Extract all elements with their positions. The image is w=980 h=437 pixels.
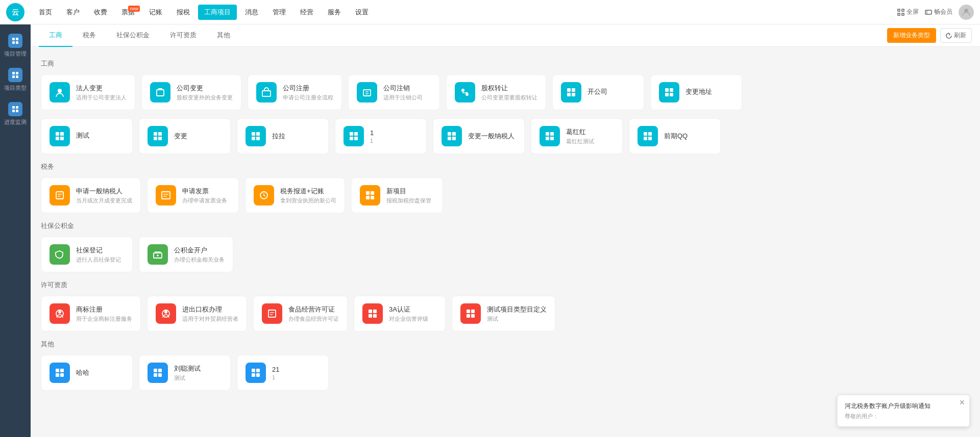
card-trademark[interactable]: 商标注册 用于企业商标注册服务 (41, 296, 141, 331)
card-equity-transfer[interactable]: 股权转让 公司变更需要股权转让 (446, 74, 546, 110)
card-name-food-license: 食品经营许可证 (288, 305, 339, 314)
card-desc-test-project-type: 测试 (487, 315, 547, 323)
card-name-test: 测试 (76, 131, 89, 140)
fullscreen-btn[interactable]: 全屏 (897, 8, 919, 16)
sidebar-item-progress[interactable]: 进度监测 (0, 97, 31, 131)
tab-license[interactable]: 许可资质 (160, 24, 207, 47)
sidebar-label-progress: 进度监测 (4, 118, 27, 126)
nav-ticket[interactable]: 票据 new (115, 5, 141, 20)
nav-home[interactable]: 首页 (33, 5, 58, 20)
card-icon-trademark (50, 303, 70, 324)
card-ge-honghong[interactable]: 葛红红 葛红红测试 (531, 118, 623, 154)
card-3a-cert[interactable]: 3A认证 对企业信誉评级 (354, 296, 446, 331)
notification-sub: 尊敬的用户： (845, 413, 962, 420)
card-company-register[interactable]: 公司注册 申请公司注册全流程 (248, 74, 342, 110)
tab-other[interactable]: 其他 (207, 24, 240, 47)
card-name-change-address: 变更地址 (685, 87, 712, 96)
card-desc-housing-fund-open: 办理公积金相关业务 (174, 256, 225, 264)
card-lala[interactable]: 拉拉 (237, 118, 329, 154)
svg-point-27 (461, 89, 464, 92)
cards-grid-license: 商标注册 用于企业商标注册服务 进出口权办理 适用于对外贸易经营者 (41, 296, 970, 331)
card-icon-company-register (256, 82, 277, 102)
sidebar-item-project-type[interactable]: 项目类型 (0, 63, 31, 97)
svg-rect-43 (154, 137, 157, 140)
sidebar-icon-project-type (8, 68, 22, 82)
svg-rect-87 (373, 314, 377, 318)
svg-rect-32 (572, 93, 575, 96)
card-social-security-register[interactable]: 社保登记 进行人员社保登记 (41, 237, 133, 272)
card-qianqi-qq[interactable]: 前期QQ (629, 118, 721, 154)
vip-btn[interactable]: 畅会员 (925, 8, 952, 16)
nav-bookkeeping[interactable]: 记账 (143, 5, 168, 20)
card-legal-change[interactable]: 法人变更 适用于公司变更法人 (41, 74, 135, 110)
svg-rect-29 (567, 88, 571, 92)
nav-manage[interactable]: 管理 (266, 5, 292, 20)
card-apply-general-taxpayer[interactable]: 申请一般纳税人 当月或次月成变更完成 (41, 177, 141, 213)
card-liucong-test[interactable]: 刘聪测试 测试 (139, 355, 231, 391)
avatar[interactable] (959, 5, 974, 20)
notification-popup: ✕ 河北税务数字账户升级影响通知 尊敬的用户： (837, 395, 970, 427)
tab-business[interactable]: 工商 (39, 24, 72, 47)
card-icon-3a-cert (362, 303, 383, 324)
card-desc-legal-change: 适用于公司变更法人 (76, 94, 127, 101)
card-icon-company-cancel (357, 82, 377, 102)
card-import-export[interactable]: 进出口权办理 适用于对外贸易经营者 (147, 296, 247, 331)
card-change[interactable]: 变更 (139, 118, 231, 154)
card-change-address[interactable]: 变更地址 (650, 74, 742, 110)
card-tax-report-bookkeeping[interactable]: 税务报道+记账 拿到营业执照的新公司 (245, 177, 345, 213)
card-icon-liucong-test (148, 363, 168, 383)
card-name-tax-report-bookkeeping: 税务报道+记账 (280, 187, 336, 196)
card-desc-3a-cert: 对企业信誉评级 (389, 315, 428, 323)
card-apply-invoice[interactable]: 申请发票 办理申请发票业务 (147, 177, 239, 213)
nav-service[interactable]: 服务 (322, 5, 347, 20)
nav-fee[interactable]: 收费 (88, 5, 113, 20)
card-one[interactable]: 1 1 (335, 118, 427, 154)
nav-business[interactable]: 工商项目 (198, 5, 237, 20)
svg-rect-59 (546, 137, 549, 140)
card-test-project-type[interactable]: 测试项目类型目定义 测试 (452, 296, 555, 331)
sidebar-item-project-manage[interactable]: 项目管理 (0, 29, 31, 63)
svg-rect-100 (252, 369, 255, 372)
card-name-social-security-register: 社保登记 (76, 246, 121, 255)
nav-operation[interactable]: 经营 (294, 5, 320, 20)
svg-rect-70 (366, 191, 370, 195)
svg-rect-49 (350, 132, 353, 136)
card-change-taxpayer[interactable]: 变更一般纳税人 (433, 118, 525, 154)
card-new-project[interactable]: 新项目 报税加税控盘保管 (351, 177, 443, 213)
tab-tax[interactable]: 税务 (72, 24, 106, 47)
card-company-cancel[interactable]: 公司注销 适用于注销公司 (348, 74, 440, 110)
card-haha[interactable]: 哈哈 (41, 355, 133, 391)
card-desc-trademark: 用于企业商标注册服务 (76, 315, 132, 323)
card-open-company[interactable]: 开公司 (552, 74, 644, 110)
svg-rect-81 (268, 310, 276, 317)
svg-rect-42 (158, 132, 162, 136)
logo[interactable]: 云 (6, 3, 24, 21)
card-name-legal-change: 法人变更 (76, 84, 127, 93)
new-business-button[interactable]: 新增业务类型 (887, 28, 936, 43)
card-test[interactable]: 测试 (41, 118, 133, 154)
card-housing-fund-open[interactable]: 公积金开户 办理公积金相关业务 (139, 237, 233, 272)
card-desc-equity-transfer: 公司变更需要股权转让 (481, 94, 537, 101)
nav-settings[interactable]: 设置 (349, 5, 375, 20)
nav-message[interactable]: 消息 (239, 5, 264, 20)
refresh-button[interactable]: 刷新 (940, 28, 972, 43)
card-desc-one: 1 (370, 138, 374, 144)
section-title-other: 其他 (41, 340, 970, 349)
card-company-change[interactable]: 公司变更 股权变更外的业务变更 (141, 74, 241, 110)
svg-rect-85 (373, 310, 377, 313)
svg-rect-66 (162, 192, 170, 199)
notification-close-button[interactable]: ✕ (959, 398, 965, 406)
card-name-trademark: 商标注册 (76, 305, 132, 314)
nav-customer[interactable]: 客户 (60, 5, 86, 20)
svg-rect-22 (157, 90, 164, 96)
nav-tax[interactable]: 报税 (170, 5, 196, 20)
card-21[interactable]: 21 1 (237, 355, 329, 391)
svg-rect-36 (670, 93, 673, 96)
card-food-license[interactable]: 食品经营许可证 办理食品经营许可证 (253, 296, 348, 331)
card-icon-housing-fund-open (148, 244, 168, 265)
svg-rect-65 (56, 192, 63, 199)
card-name-import-export: 进出口权办理 (182, 305, 238, 314)
card-name-company-cancel: 公司注销 (383, 84, 423, 93)
tab-social-security[interactable]: 社保公积金 (106, 24, 160, 47)
svg-rect-73 (371, 196, 374, 199)
